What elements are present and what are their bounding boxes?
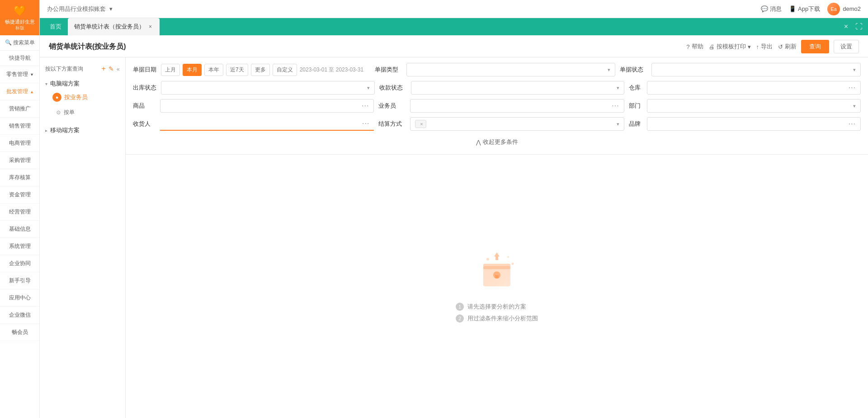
print-icon: 🖨 xyxy=(709,43,715,50)
tab-close-icon[interactable]: × xyxy=(147,23,153,30)
sidebar-item-purchase[interactable]: 采购管理 xyxy=(0,152,39,169)
receiver-select[interactable]: ··· xyxy=(160,117,374,131)
settlement-select[interactable]: × ▾ xyxy=(410,117,624,131)
tab-bar-actions: × ⛶ xyxy=(842,22,868,32)
export-label: 导出 xyxy=(761,43,773,51)
salesperson-label: 业务员 xyxy=(378,102,406,110)
tab-bar: 首页 销货单统计表（按业务员） × × ⛶ xyxy=(40,18,868,35)
inventory-label: 库存核算 xyxy=(9,174,31,180)
sidebar-item-finance[interactable]: 资金管理 xyxy=(0,186,39,204)
brand-dots: ··· xyxy=(849,120,856,128)
print-label: 按模板打印 xyxy=(717,43,746,51)
desktop-scheme-header[interactable]: ▾ 电脑端方案 xyxy=(40,77,125,90)
filter-panel-title: 按以下方案查询 + ✎ « xyxy=(40,62,125,76)
date-btn-lastmonth[interactable]: 上月 xyxy=(161,64,180,76)
print-arrow[interactable]: ▾ xyxy=(748,43,751,50)
content-wrapper: 按以下方案查询 + ✎ « ▾ 电脑端方案 ● 按业务员 xyxy=(40,57,868,418)
sidebar-item-newuser[interactable]: 新手引导 xyxy=(0,272,39,290)
brand-select[interactable]: ··· xyxy=(647,117,861,131)
date-btn-7days[interactable]: 近7天 xyxy=(226,64,248,76)
sidebar-item-system[interactable]: 系统管理 xyxy=(0,238,39,255)
app-logo[interactable]: 🧡 畅捷通好生意 标版 xyxy=(0,0,39,35)
goods-dots: ··· xyxy=(362,102,369,110)
mobile-scheme-section: ▸ 移动端方案 xyxy=(40,122,125,138)
quick-nav-item[interactable]: 快捷导航 xyxy=(0,51,39,66)
edit-scheme-button[interactable]: ✎ xyxy=(108,65,114,72)
tab-fullscreen-icon[interactable]: ⛶ xyxy=(854,22,864,32)
app-download-button[interactable]: 📱 App下载 xyxy=(789,5,820,13)
payment-status-select[interactable]: ▾ xyxy=(411,81,625,95)
help-label: 帮助 xyxy=(692,43,703,51)
department-arrow: ▾ xyxy=(853,103,856,109)
wholesale-label: 批发管理 xyxy=(6,88,28,95)
tip-text-1: 请先选择要分析的方案 xyxy=(467,303,526,311)
goods-select[interactable]: ··· xyxy=(160,99,374,113)
header-left: 办公用品行业模拟账套 ▾ xyxy=(47,5,113,13)
date-btn-thismonth[interactable]: 本月 xyxy=(183,64,202,76)
tab-sales-stat[interactable]: 销货单统计表（按业务员） × xyxy=(68,18,160,35)
sidebar-item-retail[interactable]: 零售管理 ▾ xyxy=(0,66,39,83)
page-action-area: ? 帮助 🖨 按模板打印 ▾ ↑ 导出 ↺ 刷新 xyxy=(686,40,859,53)
doc-status-select[interactable]: ▾ xyxy=(651,63,861,76)
department-control: ▾ xyxy=(647,99,861,113)
settlement-tag-close[interactable]: × xyxy=(420,121,423,127)
sidebar-item-wechat[interactable]: 企业微信 xyxy=(0,307,39,324)
mobile-scheme-header[interactable]: ▸ 移动端方案 xyxy=(40,124,125,137)
sidebar-item-wholesale[interactable]: 批发管理 ▴ xyxy=(0,83,39,100)
svg-point-4 xyxy=(486,258,489,261)
doc-type-select[interactable]: ▾ xyxy=(406,63,616,76)
brand-label: 品牌 xyxy=(629,120,642,128)
goods-label: 商品 xyxy=(133,102,156,110)
tip-num-1: 1 xyxy=(456,303,464,311)
sidebar-item-member[interactable]: 畅会员 xyxy=(0,324,39,341)
search-menu-item[interactable]: 🔍 搜索菜单 xyxy=(0,35,39,51)
active-scheme-dot: ● xyxy=(52,93,61,102)
scheme-by-order-label: 按单 xyxy=(64,109,75,116)
sidebar-item-basic[interactable]: 基础信息 xyxy=(0,221,39,238)
sidebar-item-marketing[interactable]: 营销推广 xyxy=(0,100,39,118)
sidebar-item-appcenter[interactable]: 应用中心 xyxy=(0,290,39,307)
scheme-salesperson[interactable]: ● 按业务员 xyxy=(40,90,125,104)
receiver-label: 收货人 xyxy=(133,120,156,128)
date-btn-thisyear[interactable]: 本年 xyxy=(204,64,223,76)
salesperson-select[interactable]: ··· xyxy=(410,99,624,113)
department-select[interactable]: ▾ xyxy=(647,99,861,113)
doc-status-control: ▾ xyxy=(651,63,861,76)
date-btn-custom[interactable]: 自定义 xyxy=(273,64,297,76)
sidebar-item-sales[interactable]: 销售管理 xyxy=(0,118,39,135)
page-title: 销货单统计表(按业务员) xyxy=(49,42,126,52)
warehouse-dots: ··· xyxy=(849,84,856,92)
sidebar-item-operation[interactable]: 经营管理 xyxy=(0,204,39,221)
add-scheme-button[interactable]: + xyxy=(101,65,105,73)
member-label: 畅会员 xyxy=(12,329,28,335)
scheme-by-order[interactable]: ⚙ 按单 xyxy=(40,106,125,119)
message-button[interactable]: 💬 消息 xyxy=(761,5,782,13)
export-action[interactable]: ↑ 导出 xyxy=(756,43,773,51)
doc-type-label: 单据类型 xyxy=(375,66,402,74)
setting-button[interactable]: 设置 xyxy=(834,40,859,53)
sidebar-item-ecommerce[interactable]: 电商管理 xyxy=(0,135,39,152)
refresh-action[interactable]: ↺ 刷新 xyxy=(778,43,797,51)
salesperson-control: ··· xyxy=(410,99,624,113)
desktop-section-arrow: ▾ xyxy=(45,81,47,86)
sidebar-item-enterprise[interactable]: 企业协同 xyxy=(0,255,39,272)
header-dropdown-icon[interactable]: ▾ xyxy=(109,5,113,12)
out-status-label: 出库状态 xyxy=(133,84,156,92)
collapse-button[interactable]: ⋀ 收起更多条件 xyxy=(476,135,518,149)
sub-icon: ⚙ xyxy=(56,109,61,116)
out-status-select[interactable]: ▾ xyxy=(161,81,375,95)
receiver-control: ··· xyxy=(160,117,374,131)
collapse-panel-button[interactable]: « xyxy=(117,66,120,72)
date-btn-more[interactable]: 更多 xyxy=(251,64,270,76)
tab-home[interactable]: 首页 xyxy=(43,18,68,35)
query-button[interactable]: 查询 xyxy=(801,40,829,53)
page-content: 销货单统计表(按业务员) ? 帮助 🖨 按模板打印 ▾ ↑ 导出 xyxy=(40,35,868,418)
sidebar-item-inventory[interactable]: 库存核算 xyxy=(0,169,39,186)
help-action[interactable]: ? 帮助 xyxy=(686,43,703,51)
warehouse-select[interactable]: ··· xyxy=(647,81,861,95)
user-area[interactable]: Ea demo2 xyxy=(827,3,861,15)
tab-close-all-icon[interactable]: × xyxy=(842,22,850,32)
print-action[interactable]: 🖨 按模板打印 ▾ xyxy=(709,43,751,51)
retail-label: 零售管理 xyxy=(6,71,28,77)
receiver-dots: ··· xyxy=(362,119,369,128)
